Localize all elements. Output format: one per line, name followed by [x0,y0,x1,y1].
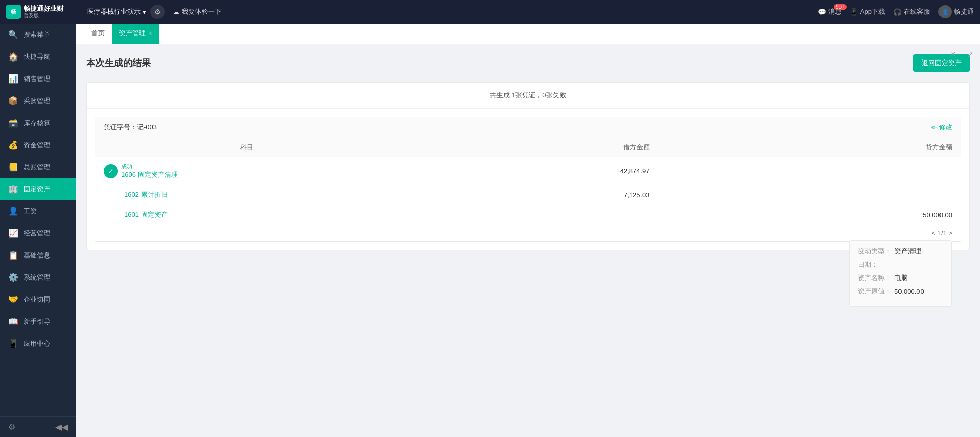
sidebar-collapse-icon[interactable]: ◀◀ [55,422,68,432]
home-icon: 🏠 [8,52,18,62]
sidebar: 🔍 搜索菜单 🏠 快捷导航 📊 销售管理 📦 采购管理 🗃️ 库存核算 💰 [0,24,76,437]
tab-home[interactable]: 首页 [84,24,112,44]
app-download-label: App下载 [860,7,885,16]
tab-assets[interactable]: 资产管理 × [112,24,159,44]
voucher-table: 科目 借方金额 贷方金额 [95,137,961,225]
user-menu[interactable]: 👤 畅捷通 [938,5,974,18]
sidebar-item-operations[interactable]: 📈 经营管理 [0,222,76,244]
original-value-label: 资产原值： [858,287,891,296]
change-type-row: 变动类型： 资产清理 [858,247,943,256]
success-label-block: 成功 1606 固定资产清理 [121,163,178,180]
sidebar-label-fixedassets: 固定资产 [24,185,50,194]
success-cell: ✓ 成功 1606 固定资产清理 [104,163,390,180]
success-icon: ✓ [104,164,118,178]
search-icon: 🔍 [8,30,18,39]
sidebar-item-payroll[interactable]: 👤 工资 [0,200,76,222]
result-summary: 共生成 1张凭证，0张失败 [87,83,969,109]
sidebar-item-basicinfo[interactable]: 📋 基础信息 [0,244,76,266]
sidebar-item-search[interactable]: 🔍 搜索菜单 [0,24,76,46]
edit-button[interactable]: ✏ 修改 [931,123,952,132]
app-download-button[interactable]: 📱 App下载 [850,7,885,16]
sidebar-item-ledger[interactable]: 📒 总账管理 [0,156,76,178]
messages-badge: 99+ [834,4,847,10]
sidebar-bottom: ⚙ ◀◀ [0,416,76,437]
cell-credit-0 [658,157,961,185]
edit-label: 修改 [939,123,952,132]
tab-close-icon[interactable]: × [149,30,152,37]
change-type-label: 变动类型： [858,247,891,256]
sidebar-settings-icon[interactable]: ⚙ [8,422,15,432]
dialog-controls: × ⤢ [947,48,976,61]
sidebar-item-funds[interactable]: 💰 资金管理 [0,134,76,156]
sidebar-label-inventory: 库存核算 [24,118,50,128]
download-icon: 📱 [850,8,858,16]
sidebar-label-purchase: 采购管理 [24,96,50,106]
edit-icon: ✏ [931,124,937,131]
pagination-next[interactable]: > [948,229,952,237]
sidebar-item-appcenter[interactable]: 📱 应用中心 [0,332,76,354]
col-header-subject: 科目 [95,137,398,157]
sidebar-item-purchase[interactable]: 📦 采购管理 [0,90,76,112]
sidebar-label-enterprise: 企业协同 [24,295,50,304]
voucher-header: 凭证字号：记-003 ✏ 修改 [95,117,961,137]
success-label: 成功 [121,163,178,170]
sidebar-label-sysmanage: 系统管理 [24,273,50,282]
original-value-value: 50,000.00 [894,288,924,295]
sidebar-label-guide: 新手引导 [24,317,50,326]
tab-home-label: 首页 [91,29,105,38]
settings-icon[interactable]: ⚙ [150,5,165,19]
logo-text: 畅捷通好业财 普及版 [24,5,64,19]
sidebar-item-fixedassets[interactable]: 🏢 固定资产 [0,178,76,200]
online-service-button[interactable]: 🎧 在线客服 [893,7,930,16]
sidebar-item-inventory[interactable]: 🗃️ 库存核算 [0,112,76,134]
app-name: 畅捷通好业财 [24,5,64,13]
close-button[interactable]: × [947,48,959,61]
online-service-label: 在线客服 [904,7,930,16]
company-selector[interactable]: 医疗器械行业演示 ▾ [87,7,146,16]
side-info-panel: 变动类型： 资产清理 日期： 资产名称： 电脑 [849,240,952,307]
sidebar-item-enterprise[interactable]: 🤝 企业协同 [0,288,76,310]
sidebar-label-sales: 销售管理 [24,74,50,84]
voucher-section: 凭证字号：记-003 ✏ 修改 科目 [95,117,961,242]
cell-debit-0: 42,874.97 [398,157,657,185]
sidebar-item-sales[interactable]: 📊 销售管理 [0,68,76,90]
cell-subject-2: 1601 固定资产 [95,205,398,225]
money-icon: 💰 [8,140,18,150]
header-center: 医疗器械行业演示 ▾ ⚙ ☁ 我要体验一下 [82,5,818,19]
pagination-info: 1/1 [937,229,949,237]
sidebar-label-operations: 经营管理 [24,229,50,238]
header-right: 💬 消息 99+ 📱 App下载 🎧 在线客服 👤 畅捷通 [818,5,974,18]
company-name: 医疗器械行业演示 [87,7,141,16]
sidebar-label-payroll: 工资 [24,207,37,216]
sidebar-item-guide[interactable]: 📖 新手引导 [0,310,76,332]
subject-link-1[interactable]: 1602 累计折旧 [124,191,168,198]
col-header-debit: 借方金额 [398,137,657,157]
cell-credit-2: 50,000.00 [658,205,961,225]
cell-debit-1: 7,125.03 [398,185,657,205]
sidebar-item-quicknav[interactable]: 🏠 快捷导航 [0,46,76,68]
experience-button[interactable]: ☁ 我要体验一下 [173,7,222,16]
cell-debit-2 [398,205,657,225]
sidebar-item-sysmanage[interactable]: ⚙️ 系统管理 [0,266,76,288]
sidebar-label-basicinfo: 基础信息 [24,251,50,260]
subject-link-2[interactable]: 1601 固定资产 [124,211,168,218]
asset-name-label: 资产名称： [858,273,891,283]
subject-link-0[interactable]: 1606 固定资产清理 [121,171,178,178]
maximize-button[interactable]: ⤢ [964,48,976,61]
page-title-area: 本次生成的结果 返回固定资产 [86,54,970,72]
pagination-prev[interactable]: < [932,229,936,237]
table-row: 1601 固定资产 50,000.00 [95,205,961,225]
info-icon: 📋 [8,250,18,260]
tab-bar: 首页 资产管理 × [76,24,980,44]
table-header-row: 科目 借方金额 贷方金额 [95,137,961,157]
tab-assets-label: 资产管理 [119,29,146,38]
handshake-icon: 🤝 [8,294,18,304]
messages-button[interactable]: 💬 消息 99+ [818,7,842,16]
inventory-icon: 🗃️ [8,118,18,128]
sidebar-label-ledger: 总账管理 [24,163,50,172]
main-layout: 🔍 搜索菜单 🏠 快捷导航 📊 销售管理 📦 采购管理 🗃️ 库存核算 💰 [0,24,980,437]
cell-subject-1: 1602 累计折旧 [95,185,398,205]
app-version: 普及版 [24,13,64,19]
avatar: 👤 [938,5,952,18]
logo-area: 畅 畅捷通好业财 普及版 [6,5,82,19]
